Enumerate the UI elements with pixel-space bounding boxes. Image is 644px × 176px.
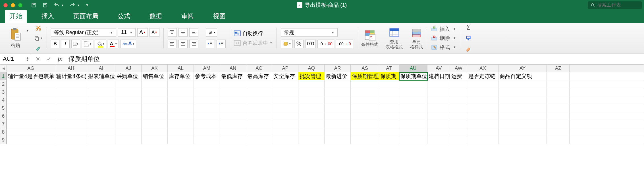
row-header-8[interactable]: 8 [0, 128, 7, 136]
column-header-AN[interactable]: AN [220, 64, 246, 72]
cell-AO9[interactable] [246, 136, 272, 144]
cell-AU7[interactable] [399, 120, 427, 128]
cell-AV2[interactable] [427, 80, 450, 88]
column-header-AH[interactable]: AH [55, 64, 87, 72]
cell-AV6[interactable] [427, 112, 450, 120]
cell-AW9[interactable] [450, 136, 467, 144]
cell-AI5[interactable] [87, 104, 115, 112]
cell-AG6[interactable] [7, 112, 55, 120]
autosum-button[interactable]: Σ [464, 23, 473, 32]
cell-styles-button[interactable]: 单元格样式 [410, 27, 423, 49]
cell-AN5[interactable] [220, 104, 246, 112]
cell-AG3[interactable] [7, 88, 55, 96]
cell-AZ7[interactable] [547, 120, 570, 128]
column-header-AR[interactable]: AR [325, 64, 351, 72]
cell-AS7[interactable] [351, 120, 379, 128]
cell-AJ5[interactable] [115, 104, 142, 112]
cell-AT7[interactable] [379, 120, 399, 128]
tab-data[interactable]: 数据 [145, 10, 167, 23]
align-left-button[interactable] [168, 40, 177, 48]
shrink-font-button[interactable]: A▼ [149, 28, 159, 37]
cell-AL5[interactable] [168, 104, 194, 112]
cell-AY4[interactable] [498, 96, 547, 104]
tab-page-layout[interactable]: 页面布局 [69, 10, 103, 23]
column-header-AO[interactable]: AO [246, 64, 272, 72]
cell-AM7[interactable] [194, 120, 220, 128]
cell-AH9[interactable] [55, 136, 87, 144]
autosave-button[interactable] [31, 2, 37, 8]
cell-reference-input[interactable] [3, 56, 24, 62]
row-header-4[interactable]: 4 [0, 96, 7, 104]
cell-AW4[interactable] [450, 96, 467, 104]
cell-AP1[interactable]: 安全库存 [272, 72, 298, 80]
column-header-AM[interactable]: AM [194, 64, 220, 72]
cell-AP4[interactable] [272, 96, 298, 104]
font-size-select[interactable]: 11 ▼ [118, 28, 136, 37]
cell-AO2[interactable] [246, 80, 272, 88]
cell-AR2[interactable] [325, 80, 351, 88]
cell-AH7[interactable] [55, 120, 87, 128]
cell-AX7[interactable] [467, 120, 498, 128]
cell-AI7[interactable] [87, 120, 115, 128]
search-sheet-box[interactable] [588, 1, 642, 9]
cell-AW7[interactable] [450, 120, 467, 128]
cell-AS4[interactable] [351, 96, 379, 104]
cell-AN8[interactable] [220, 128, 246, 136]
italic-button[interactable]: I [61, 40, 70, 48]
paste-button[interactable]: 粘贴 [10, 27, 21, 49]
cancel-edit-button[interactable]: ✕ [36, 56, 40, 62]
cell-AZ8[interactable] [547, 128, 570, 136]
paste-dropdown[interactable]: ▼ [23, 26, 32, 35]
cell-AO3[interactable] [246, 88, 272, 96]
close-window-button[interactable] [3, 3, 8, 7]
cell-AM5[interactable] [194, 104, 220, 112]
cell-AZ2[interactable] [547, 80, 570, 88]
cell-AX4[interactable] [467, 96, 498, 104]
cell-AW8[interactable] [450, 128, 467, 136]
cell-AH2[interactable] [55, 80, 87, 88]
cell-AZ9[interactable] [547, 136, 570, 144]
cell-AR9[interactable] [325, 136, 351, 144]
cell-AQ6[interactable] [298, 112, 325, 120]
cell-AU2[interactable] [399, 80, 427, 88]
cell-AO4[interactable] [246, 96, 272, 104]
align-top-button[interactable] [168, 28, 177, 37]
minimize-window-button[interactable] [11, 3, 15, 7]
cell-AN4[interactable] [220, 96, 246, 104]
row-header-6[interactable]: 6 [0, 112, 7, 120]
fill-menu-button[interactable] [464, 34, 473, 42]
cell-AV1[interactable]: 建档日期 [427, 72, 450, 80]
row-header-1[interactable]: 1 [0, 72, 7, 80]
cell-AY1[interactable]: 商品自定义项 [498, 72, 547, 80]
cell-AL7[interactable] [168, 120, 194, 128]
column-header-AU[interactable]: AU [399, 64, 427, 72]
cell-AX1[interactable]: 是否走冻链 [467, 72, 498, 80]
cell-AR5[interactable] [325, 104, 351, 112]
cell-AL4[interactable] [168, 96, 194, 104]
cell-AQ5[interactable] [298, 104, 325, 112]
font-color-button[interactable]: A ▾ [108, 40, 119, 48]
merge-center-button[interactable]: 合并后居中 ▼ [234, 40, 273, 46]
cell-AS9[interactable] [351, 136, 379, 144]
cell-AS8[interactable] [351, 128, 379, 136]
align-middle-button[interactable] [178, 28, 188, 37]
cell-AU9[interactable] [399, 136, 427, 144]
cell-AR6[interactable] [325, 112, 351, 120]
tab-formulas[interactable]: 公式 [113, 10, 135, 23]
cell-AK4[interactable] [142, 96, 168, 104]
cell-AP6[interactable] [272, 112, 298, 120]
cell-AG7[interactable] [7, 120, 55, 128]
cell-AX3[interactable] [467, 88, 498, 96]
cell-AH3[interactable] [55, 88, 87, 96]
cell-AS1[interactable]: 保质期管理 [351, 72, 379, 80]
cell-AV7[interactable] [427, 120, 450, 128]
cell-AX8[interactable] [467, 128, 498, 136]
cell-AJ2[interactable] [115, 80, 142, 88]
column-header-AT[interactable]: AT [379, 64, 399, 72]
cell-AU3[interactable] [399, 88, 427, 96]
number-format-select[interactable]: 常规 ▼ [281, 28, 338, 37]
cell-AR1[interactable]: 最新进价 [325, 72, 351, 80]
cell-AJ1[interactable]: 采购单位 [115, 72, 142, 80]
cell-AV3[interactable] [427, 88, 450, 96]
tab-insert[interactable]: 插入 [37, 10, 59, 23]
